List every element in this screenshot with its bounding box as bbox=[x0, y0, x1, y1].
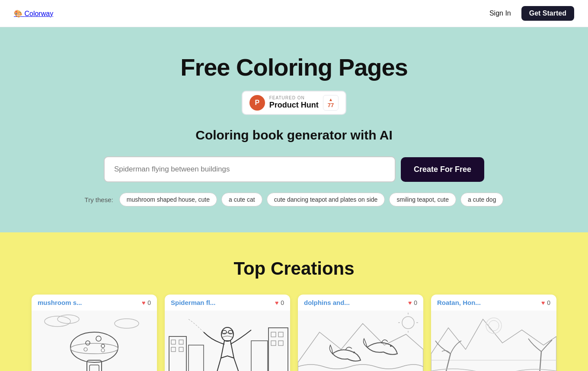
gallery-section: Top Creations mushroom s... ♥ 0 bbox=[0, 232, 588, 371]
heart-icon: ♥ bbox=[142, 299, 145, 306]
logo-link[interactable]: 🎨 Colorway bbox=[14, 10, 53, 18]
card-0-like-count: 0 bbox=[147, 299, 151, 306]
try-chip-4[interactable]: a cute dog bbox=[460, 193, 503, 206]
svg-rect-30 bbox=[298, 311, 423, 371]
try-chip-0[interactable]: mushroom shaped house, cute bbox=[119, 193, 217, 206]
ph-name: Product Hunt bbox=[269, 101, 319, 110]
try-chip-2[interactable]: cute dancing teapot and plates on side bbox=[267, 193, 385, 206]
logo-emoji: 🎨 bbox=[14, 10, 22, 17]
card-1-like-count: 0 bbox=[281, 299, 284, 306]
create-button[interactable]: Create For Free bbox=[401, 157, 484, 182]
card-1[interactable]: Spiderman fl... ♥ 0 bbox=[165, 295, 290, 371]
card-3-image bbox=[431, 311, 556, 371]
card-0-header: mushroom s... ♥ 0 bbox=[32, 295, 157, 311]
svg-point-32 bbox=[390, 345, 392, 347]
card-2-image bbox=[298, 311, 423, 371]
card-2-title: dolphins and... bbox=[304, 299, 350, 306]
logo-text: Colorway bbox=[24, 10, 53, 17]
ph-text: FEATURED ON Product Hunt bbox=[269, 95, 319, 110]
card-2-likes: ♥ 0 bbox=[408, 299, 417, 306]
hero-section: Free Coloring Pages P FEATURED ON Produc… bbox=[0, 27, 588, 232]
heart-icon: ♥ bbox=[541, 299, 545, 306]
search-row: Create For Free bbox=[104, 156, 484, 182]
card-1-likes: ♥ 0 bbox=[275, 299, 284, 306]
hero-title: Free Coloring Pages bbox=[9, 53, 579, 81]
sign-in-link[interactable]: Sign In bbox=[489, 10, 511, 17]
card-0-image bbox=[32, 311, 157, 371]
card-1-title: Spiderman fl... bbox=[171, 299, 215, 306]
card-3-like-count: 0 bbox=[547, 299, 550, 306]
try-chip-1[interactable]: a cute cat bbox=[221, 193, 262, 206]
card-0-title: mushroom s... bbox=[38, 299, 82, 306]
ph-logo: P bbox=[249, 95, 265, 111]
cards-row: mushroom s... ♥ 0 bbox=[17, 295, 571, 371]
card-3-title: Roatan, Hon... bbox=[437, 299, 481, 306]
card-3-likes: ♥ 0 bbox=[541, 299, 550, 306]
try-label: Try these: bbox=[85, 196, 113, 203]
card-2[interactable]: dolphins and... ♥ 0 bbox=[298, 295, 423, 371]
hero-subtitle: Coloring book generator with AI bbox=[9, 128, 579, 143]
card-0[interactable]: mushroom s... ♥ 0 bbox=[32, 295, 157, 371]
get-started-link[interactable]: Get Started bbox=[521, 6, 574, 21]
card-1-header: Spiderman fl... ♥ 0 bbox=[165, 295, 290, 311]
card-1-image bbox=[165, 311, 290, 371]
card-0-likes: ♥ 0 bbox=[142, 299, 151, 306]
heart-icon: ♥ bbox=[275, 299, 278, 306]
try-chip-3[interactable]: smiling teapot, cute bbox=[389, 193, 456, 206]
ph-logo-letter: P bbox=[255, 99, 259, 107]
heart-icon: ♥ bbox=[408, 299, 412, 306]
product-hunt-badge[interactable]: P FEATURED ON Product Hunt ▲ 77 bbox=[242, 91, 346, 115]
gallery-title: Top Creations bbox=[17, 258, 571, 279]
card-3[interactable]: Roatan, Hon... ♥ 0 bbox=[431, 295, 556, 371]
try-these-row: Try these: mushroom shaped house, cute a… bbox=[9, 193, 579, 206]
search-input[interactable] bbox=[104, 156, 396, 182]
card-2-header: dolphins and... ♥ 0 bbox=[298, 295, 423, 311]
card-3-header: Roatan, Hon... ♥ 0 bbox=[431, 295, 556, 311]
ph-featured-label: FEATURED ON bbox=[269, 95, 319, 101]
upvote-triangle-icon: ▲ bbox=[329, 97, 333, 102]
ph-vote-count: 77 bbox=[328, 102, 334, 108]
ph-votes: ▲ 77 bbox=[323, 95, 339, 111]
card-2-like-count: 0 bbox=[414, 299, 417, 306]
svg-point-31 bbox=[353, 352, 355, 353]
navbar: 🎨 Colorway Sign In Get Started bbox=[0, 0, 588, 27]
nav-links: Sign In Get Started bbox=[489, 6, 574, 21]
